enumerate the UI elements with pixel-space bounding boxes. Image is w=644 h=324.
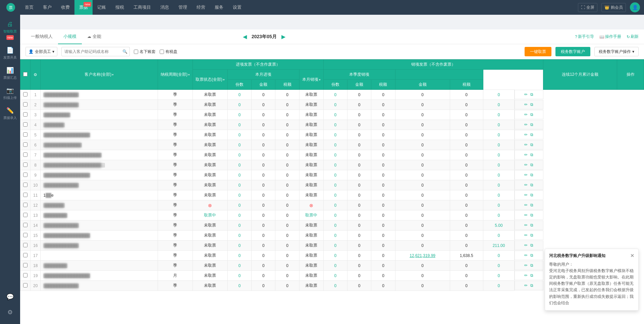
row-checkbox[interactable] — [23, 203, 28, 207]
row-checkbox[interactable] — [23, 92, 28, 96]
nav-operation[interactable]: 经营 — [192, 0, 210, 15]
copy-icon[interactable]: ⧉ — [530, 253, 533, 258]
tax-disk-checkbox[interactable] — [160, 50, 164, 54]
row-checkbox[interactable] — [23, 223, 28, 227]
out-count-link[interactable]: 0 — [334, 233, 337, 238]
copy-icon[interactable]: ⧉ — [530, 152, 533, 157]
tab-small-scale[interactable]: 小规模 — [58, 29, 82, 44]
cum-amount-link[interactable]: 0 — [498, 163, 500, 168]
copy-icon[interactable]: ⧉ — [530, 132, 533, 137]
in-count-link[interactable]: 0 — [238, 263, 241, 268]
out-count-link[interactable]: 0 — [334, 193, 337, 198]
row-checkbox[interactable] — [23, 122, 28, 127]
in-count-link[interactable]: 0 — [238, 123, 241, 127]
sidebar-item-invoice-open[interactable]: 📄 发票开具 — [0, 43, 20, 63]
in-count-link[interactable]: 0 — [238, 183, 241, 188]
checkbox-tax-disk[interactable]: 有税盘 — [160, 49, 177, 55]
row-checkbox[interactable] — [23, 152, 28, 157]
sidebar-item-invoice-entry[interactable]: ✏️ 票据录入 — [0, 104, 20, 124]
in-count-link[interactable]: 0 — [238, 203, 241, 208]
checkbox-subledger[interactable]: 名下账套 — [134, 49, 156, 55]
in-count-link[interactable]: 0 — [238, 173, 241, 178]
out-count-link[interactable]: 0 — [334, 283, 337, 288]
edit-icon[interactable]: ✏ — [524, 142, 528, 147]
row-checkbox[interactable] — [23, 283, 28, 287]
popup-close-btn[interactable]: ✕ — [630, 253, 634, 258]
cum-amount-link[interactable]: 0 — [498, 153, 500, 157]
edit-icon[interactable]: ✏ — [524, 283, 528, 288]
copy-icon[interactable]: ⧉ — [530, 112, 533, 117]
out-count-link[interactable]: 0 — [334, 133, 337, 137]
in-count-link[interactable]: 0 — [238, 193, 241, 198]
subledger-checkbox[interactable] — [134, 50, 138, 54]
tax-digital-account-btn[interactable]: 税务数字账户 — [555, 47, 590, 56]
row-checkbox[interactable] — [23, 243, 28, 247]
search-input[interactable] — [61, 47, 122, 56]
period-next-btn[interactable]: ▶ — [279, 33, 287, 41]
out-count-link[interactable]: 0 — [334, 223, 337, 228]
th-customer-name[interactable]: 客户名称(全部) ▾ — [41, 60, 158, 90]
cum-amount-link[interactable]: 0 — [498, 103, 500, 107]
in-count-link[interactable]: 0 — [238, 103, 241, 107]
cum-amount-link[interactable]: 0 — [498, 253, 500, 258]
out-count-link[interactable]: 0 — [334, 113, 337, 117]
cum-amount-link[interactable]: 0 — [498, 273, 500, 278]
nav-billing[interactable]: 收费 — [56, 0, 74, 15]
sidebar-item-smart-fetch[interactable]: 🖨 智能取票 new — [0, 17, 20, 43]
edit-icon[interactable]: ✏ — [524, 173, 528, 177]
copy-icon[interactable]: ⧉ — [530, 243, 533, 248]
row-checkbox[interactable] — [23, 102, 28, 107]
copy-icon[interactable]: ⧉ — [530, 233, 533, 238]
row-checkbox[interactable] — [23, 173, 28, 177]
in-count-link[interactable]: 0 — [238, 153, 241, 157]
nav-settings[interactable]: 设置 — [228, 0, 246, 15]
copy-icon[interactable]: ⧉ — [530, 92, 533, 97]
out-count-link[interactable]: 0 — [334, 163, 337, 168]
th-in-status[interactable]: 取票状态(全部) ▾ — [193, 70, 227, 90]
cum-amount-link[interactable]: 0 — [498, 193, 500, 198]
edit-icon[interactable]: ✏ — [524, 163, 528, 167]
nav-manage[interactable]: 管理 — [174, 0, 192, 15]
cum-amount-link[interactable]: 0 — [498, 173, 500, 178]
out-count-link[interactable]: 0 — [334, 183, 337, 188]
in-count-link[interactable]: 0 — [238, 113, 241, 117]
tab-general-taxpayer[interactable]: 一般纳税人 — [25, 29, 58, 44]
edit-icon[interactable]: ✏ — [524, 122, 528, 127]
copy-icon[interactable]: ⧉ — [530, 173, 533, 177]
in-count-link[interactable]: 0 — [238, 253, 241, 258]
nav-accounting[interactable]: 记账 — [93, 0, 111, 15]
row-checkbox[interactable] — [23, 253, 28, 257]
copy-icon[interactable]: ⧉ — [530, 283, 533, 288]
in-count-link[interactable]: 0 — [238, 223, 241, 228]
in-count-link[interactable]: 0 — [238, 283, 241, 288]
sidebar-item-scan-upload[interactable]: 📷 扫描上传 — [0, 83, 20, 104]
copy-icon[interactable]: ⧉ — [530, 263, 533, 268]
select-all-checkbox[interactable] — [23, 72, 28, 76]
cum-amount-link[interactable]: 0 — [498, 183, 500, 188]
edit-icon[interactable]: ✏ — [524, 152, 528, 157]
edit-icon[interactable]: ✏ — [524, 233, 528, 238]
search-button[interactable]: 🔍 — [120, 47, 130, 56]
cum-amount-link[interactable]: 211.00 — [493, 243, 505, 248]
copy-icon[interactable]: ⧉ — [530, 213, 533, 217]
row-checkbox[interactable] — [23, 142, 28, 147]
cum-amount-link[interactable]: 0 — [498, 263, 500, 268]
user-avatar[interactable]: 👤 — [630, 2, 640, 12]
cum-amount-link[interactable]: 5.00 — [495, 223, 502, 228]
in-count-link[interactable]: 0 — [238, 163, 241, 168]
th-out-status[interactable]: 本月销项 ▾ — [299, 70, 323, 90]
out-count-link[interactable]: 0 — [334, 123, 337, 127]
in-count-link[interactable]: 0 — [238, 273, 241, 278]
fullscreen-btn[interactable]: ⛶ 全屏 — [578, 3, 597, 12]
copy-icon[interactable]: ⧉ — [530, 203, 533, 207]
edit-icon[interactable]: ✏ — [524, 263, 528, 268]
in-count-link[interactable]: 0 — [238, 243, 241, 248]
cum-amount-link[interactable]: 0 — [498, 233, 500, 238]
employee-select[interactable]: 👤 全部员工 ▾ — [25, 47, 57, 56]
row-checkbox[interactable] — [23, 112, 28, 117]
edit-icon[interactable]: ✏ — [524, 132, 528, 137]
out-count-link[interactable]: 0 — [334, 173, 337, 178]
copy-icon[interactable]: ⧉ — [530, 142, 533, 147]
nav-message[interactable]: 消息 — [156, 0, 174, 15]
row-checkbox[interactable] — [23, 193, 28, 197]
